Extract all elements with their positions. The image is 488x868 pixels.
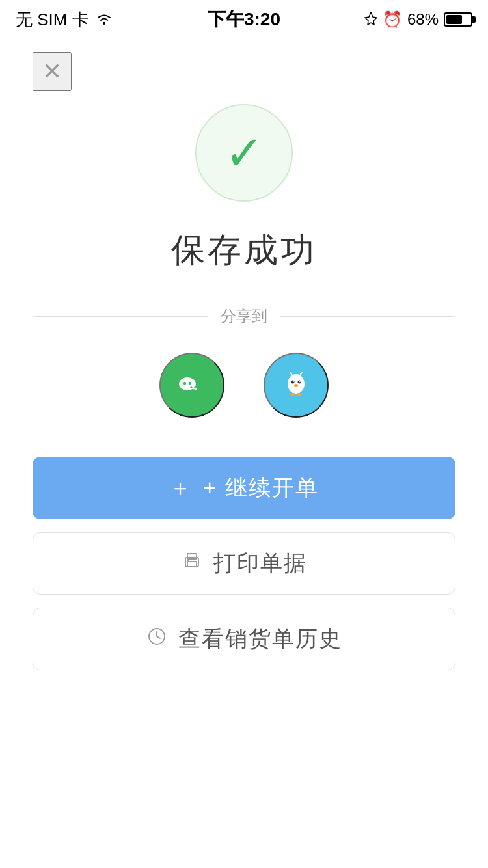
continue-button[interactable]: ＋ + 继续开单	[33, 457, 455, 519]
svg-point-14	[297, 393, 302, 396]
share-wechat-button[interactable]	[159, 353, 224, 418]
close-icon: ✕	[42, 58, 62, 85]
share-label: 分享到	[221, 306, 267, 327]
svg-point-3	[189, 382, 191, 385]
svg-point-4	[190, 386, 193, 388]
history-button[interactable]: 查看销货单历史	[33, 608, 455, 670]
share-divider: 分享到	[33, 306, 455, 327]
svg-point-11	[299, 381, 301, 382]
close-button[interactable]: ✕	[33, 52, 72, 91]
divider-right	[280, 316, 455, 317]
print-label: 打印单据	[213, 549, 307, 578]
svg-point-10	[293, 381, 294, 382]
status-bar: 无 SIM 卡 下午3:20 ⏰ 68%	[0, 0, 488, 39]
status-bar-right: ⏰ 68%	[364, 10, 472, 29]
share-icons-row	[159, 353, 329, 418]
location-icon	[364, 10, 377, 29]
alarm-icon: ⏰	[383, 10, 402, 29]
history-icon	[146, 625, 168, 653]
print-icon	[181, 550, 203, 577]
svg-point-13	[290, 393, 295, 396]
svg-point-0	[103, 22, 105, 25]
plus-icon: ＋	[169, 473, 193, 503]
battery-percentage: 68%	[407, 10, 439, 29]
checkmark-icon: ✓	[224, 129, 264, 176]
success-indicator: ✓	[195, 104, 293, 202]
history-label: 查看销货单历史	[178, 624, 342, 654]
status-bar-left: 无 SIM 卡	[16, 8, 113, 31]
svg-rect-19	[187, 562, 197, 567]
print-button[interactable]: 打印单据	[33, 532, 455, 595]
action-buttons: ＋ + 继续开单 打印单据 查看销货单历史	[33, 457, 455, 670]
svg-line-15	[290, 372, 292, 375]
battery-icon	[444, 12, 472, 27]
svg-point-5	[194, 386, 197, 388]
wifi-icon	[96, 10, 113, 30]
svg-point-12	[294, 384, 298, 387]
svg-line-16	[300, 372, 302, 375]
svg-point-2	[183, 382, 186, 385]
share-qq-button[interactable]	[264, 353, 329, 418]
qq-icon	[278, 367, 314, 403]
svg-point-7	[291, 387, 301, 394]
wechat-icon	[174, 367, 210, 403]
continue-label: + 继续开单	[203, 473, 318, 503]
svg-point-9	[298, 381, 301, 384]
success-title: 保存成功	[171, 228, 317, 273]
divider-left	[33, 316, 208, 317]
svg-point-20	[187, 560, 188, 561]
svg-point-8	[291, 381, 295, 384]
main-content: ✕ ✓ 保存成功 分享到	[0, 39, 488, 709]
carrier-label: 无 SIM 卡	[16, 8, 89, 31]
status-bar-time: 下午3:20	[208, 7, 280, 32]
